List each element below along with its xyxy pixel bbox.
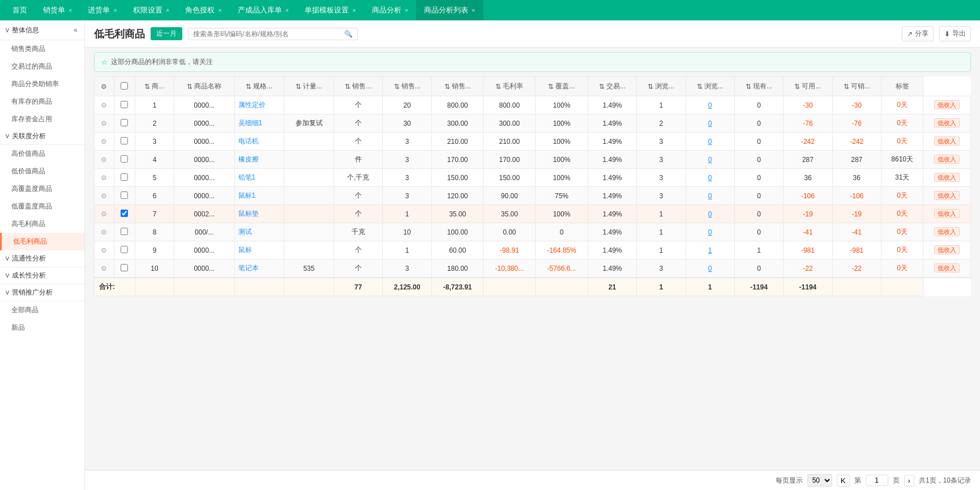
cell-name[interactable]: 橡皮擦 [234, 151, 284, 169]
close-icon[interactable]: × [218, 7, 221, 14]
cell-view1[interactable]: 0 [686, 151, 734, 169]
row-checkbox[interactable] [121, 119, 128, 126]
cell-checkbox[interactable] [114, 205, 135, 223]
share-button[interactable]: ↗ 分享 [902, 26, 934, 41]
cell-settings[interactable]: ⚙ [95, 114, 114, 133]
sidebar-group-growth[interactable]: ∨ 成长性分析 [0, 267, 84, 284]
nav-sales-order[interactable]: 销货单 × [35, 0, 80, 20]
nav-product-entry[interactable]: 产成品入库单 × [230, 0, 297, 20]
row-checkbox[interactable] [121, 155, 128, 163]
cell-checkbox[interactable] [114, 223, 135, 241]
search-input[interactable] [193, 30, 342, 38]
row-checkbox[interactable] [121, 228, 128, 235]
cell-checkbox[interactable] [114, 187, 135, 205]
col-spec-header[interactable]: ⇅规格... [234, 77, 284, 96]
cell-checkbox[interactable] [114, 114, 135, 133]
cell-checkbox[interactable] [114, 259, 135, 278]
cell-checkbox[interactable] [114, 151, 135, 169]
sidebar-item-low-value[interactable]: 低价值商品 [0, 163, 84, 180]
close-icon[interactable]: × [285, 7, 289, 14]
cell-name[interactable]: 鼠标垫 [234, 205, 284, 223]
close-icon[interactable]: × [113, 7, 117, 14]
col-code-header[interactable]: ⇅商... [135, 77, 174, 96]
sidebar-item-low-margin[interactable]: 低毛利商品 [0, 233, 84, 250]
close-icon[interactable]: × [352, 7, 356, 14]
close-icon[interactable]: × [405, 7, 408, 14]
col-checkbox-header[interactable] [114, 77, 135, 96]
per-page-select[interactable]: 50 [807, 474, 832, 487]
col-settings-header[interactable]: ⚙ [95, 77, 114, 96]
cell-settings[interactable]: ⚙ [95, 241, 114, 259]
col-sales-qty-header[interactable]: ⇅销售... [334, 77, 383, 96]
prev-page-button[interactable]: K [837, 475, 850, 487]
cell-name[interactable]: 吴细细1 [234, 114, 284, 133]
sidebar-item-sales-goods[interactable]: 销售类商品 [0, 40, 84, 58]
col-view2-header[interactable]: ⇅浏览... [686, 77, 734, 96]
col-available-header[interactable]: ⇅可用... [784, 77, 832, 96]
nav-permissions[interactable]: 权限设置 × [125, 0, 177, 20]
sidebar-collapse-btn[interactable]: « [71, 24, 80, 36]
cell-name[interactable]: 鼠标1 [234, 187, 284, 205]
col-view1-header[interactable]: ⇅浏览... [637, 77, 686, 96]
cell-view1[interactable]: 0 [686, 259, 734, 278]
cell-name[interactable]: 鼠标 [234, 241, 284, 259]
cell-checkbox[interactable] [114, 133, 135, 151]
row-checkbox[interactable] [121, 264, 128, 271]
cell-name[interactable]: 电话机 [234, 133, 284, 151]
cell-settings[interactable]: ⚙ [95, 187, 114, 205]
nav-purchase-order[interactable]: 进货单 × [80, 0, 125, 20]
nav-home[interactable]: 首页 [5, 0, 35, 20]
col-name-header[interactable]: ⇅商品名称 [174, 77, 234, 96]
nav-product-analysis[interactable]: 商品分析 × [364, 0, 416, 20]
cell-settings[interactable]: ⚙ [95, 223, 114, 241]
cell-settings[interactable]: ⚙ [95, 96, 114, 114]
cell-view1[interactable]: 0 [686, 96, 734, 114]
cell-view1[interactable]: 0 [686, 114, 734, 133]
row-checkbox[interactable] [121, 173, 128, 181]
next-page-button[interactable]: › [904, 475, 914, 487]
cell-settings[interactable]: ⚙ [95, 205, 114, 223]
sidebar-item-high-value[interactable]: 高价值商品 [0, 145, 84, 163]
col-coverage-header[interactable]: ⇅覆盖... [536, 77, 588, 96]
col-saleable-header[interactable]: ⇅可销... [832, 77, 881, 96]
row-checkbox[interactable] [121, 210, 128, 217]
col-sales-amount-header[interactable]: ⇅销售... [431, 77, 483, 96]
sidebar-item-traded-goods[interactable]: 交易过的商品 [0, 58, 84, 75]
cell-settings[interactable]: ⚙ [95, 169, 114, 187]
sidebar-item-category-rate[interactable]: 商品分类助销率 [0, 75, 84, 93]
sidebar-item-all-goods[interactable]: 全部商品 [0, 301, 84, 319]
nav-product-analysis-list[interactable]: 商品分析列表 × [416, 0, 483, 20]
col-trade-header[interactable]: ⇅交易... [588, 77, 636, 96]
close-icon[interactable]: × [69, 7, 72, 14]
nav-template-settings[interactable]: 单据模板设置 × [297, 0, 363, 20]
close-icon[interactable]: × [472, 7, 475, 14]
cell-view1[interactable]: 0 [686, 205, 734, 223]
cell-view1[interactable]: 0 [686, 223, 734, 241]
cell-view1[interactable]: 0 [686, 169, 734, 187]
row-checkbox[interactable] [121, 191, 128, 199]
cell-view1[interactable]: 0 [686, 133, 734, 151]
select-all-checkbox[interactable] [121, 82, 128, 90]
cell-name[interactable]: 测试 [234, 223, 284, 241]
sidebar-item-high-margin[interactable]: 高毛利商品 [0, 215, 84, 233]
cell-name[interactable]: 笔记本 [234, 259, 284, 278]
cell-settings[interactable]: ⚙ [95, 133, 114, 151]
search-icon[interactable]: 🔍 [344, 30, 353, 38]
cell-view1[interactable]: 0 [686, 187, 734, 205]
sidebar-item-low-coverage[interactable]: 低覆盖度商品 [0, 198, 84, 215]
sidebar-item-stock-goods[interactable]: 有库存的商品 [0, 93, 84, 110]
sidebar-item-inventory-capital[interactable]: 库存资金占用 [0, 110, 84, 128]
cell-view1[interactable]: 1 [686, 241, 734, 259]
date-filter-button[interactable]: 近一月 [151, 27, 182, 40]
cell-checkbox[interactable] [114, 96, 135, 114]
row-checkbox[interactable] [121, 246, 128, 253]
cell-name[interactable]: 属性定价 [234, 96, 284, 114]
col-gross-rate-header[interactable]: ⇅毛利率 [483, 77, 536, 96]
col-unit-header[interactable]: ⇅计量... [284, 77, 334, 96]
sidebar-item-high-coverage[interactable]: 高覆盖度商品 [0, 180, 84, 198]
col-sales-price-header[interactable]: ⇅销售... [383, 77, 431, 96]
cell-settings[interactable]: ⚙ [95, 151, 114, 169]
col-current-header[interactable]: ⇅现有... [734, 77, 783, 96]
nav-role-auth[interactable]: 角色授权 × [177, 0, 229, 20]
close-icon[interactable]: × [166, 7, 169, 14]
